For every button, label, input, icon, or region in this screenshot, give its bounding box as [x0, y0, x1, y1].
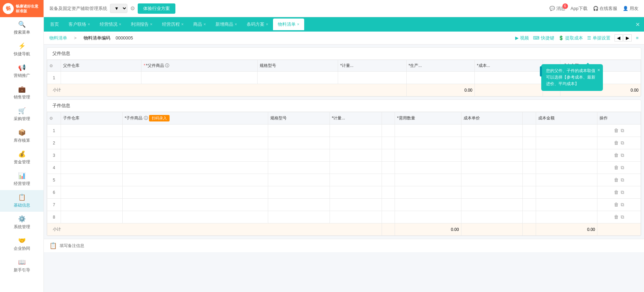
child-unit-cell[interactable]	[330, 162, 382, 174]
child-empty2-cell[interactable]	[523, 199, 536, 211]
nav-tab-商品[interactable]: 商品 ×	[188, 19, 211, 30]
child-qty-cell[interactable]	[395, 211, 461, 223]
child-unit-cell[interactable]	[330, 174, 382, 186]
child-qty-cell[interactable]	[395, 149, 461, 162]
child-product-cell[interactable]	[122, 199, 268, 211]
child-amount-cell[interactable]	[536, 137, 597, 149]
copy-icon[interactable]: ⧉	[621, 165, 624, 171]
list-view-icon[interactable]: ≡	[636, 35, 639, 40]
child-unit-cost-cell[interactable]	[461, 162, 523, 174]
message-button[interactable]: 💬 消息 6	[549, 5, 565, 12]
tab-close-icon[interactable]: ×	[297, 22, 299, 27]
delete-icon[interactable]: 🗑	[614, 177, 619, 183]
child-product-cell[interactable]	[122, 125, 268, 137]
sidebar-item-basic-info[interactable]: 📋基础信息	[0, 190, 44, 212]
gear-icon[interactable]: ⚙	[130, 5, 135, 12]
trial-button[interactable]: 体验行业方案	[138, 3, 175, 14]
child-warehouse-cell[interactable]	[61, 125, 123, 137]
copy-icon[interactable]: ⧉	[621, 152, 624, 158]
child-empty-cell[interactable]	[382, 137, 395, 149]
sidebar-item-quick-nav[interactable]: ⚡快捷导航	[0, 39, 44, 60]
prev-record-button[interactable]: ◀	[615, 34, 623, 42]
child-warehouse-cell[interactable]	[61, 149, 123, 162]
scan-button[interactable]: 扫码录入	[149, 115, 170, 121]
parent-production-cell[interactable]	[406, 72, 474, 84]
child-unit-cell[interactable]	[330, 199, 382, 211]
child-qty-cell[interactable]	[395, 186, 461, 199]
copy-icon[interactable]: ⧉	[621, 214, 624, 220]
child-empty2-cell[interactable]	[523, 174, 536, 186]
parent-product-cell[interactable]	[141, 72, 257, 84]
delete-icon[interactable]: 🗑	[614, 202, 619, 208]
nav-tab-物料清单[interactable]: 物料清单 ×	[273, 19, 304, 30]
child-product-cell[interactable]	[122, 174, 268, 186]
child-unit-cell[interactable]	[330, 211, 382, 223]
tab-close-icon[interactable]: ×	[150, 22, 152, 27]
child-empty2-cell[interactable]	[523, 137, 536, 149]
child-warehouse-cell[interactable]	[61, 162, 123, 174]
child-empty2-cell[interactable]	[523, 211, 536, 223]
tab-close-icon[interactable]: ×	[266, 22, 268, 27]
child-empty2-cell[interactable]	[523, 162, 536, 174]
sidebar-item-marketing[interactable]: 📢营销推广	[0, 60, 44, 82]
nav-tab-条码方案[interactable]: 条码方案 ×	[242, 19, 273, 30]
sidebar-item-enterprise[interactable]: 🤝企业协同	[0, 233, 44, 255]
cost-action[interactable]: 💲 提取成本	[558, 35, 583, 41]
child-warehouse-cell[interactable]	[61, 211, 123, 223]
child-qty-cell[interactable]	[395, 125, 461, 137]
child-spec-cell[interactable]	[268, 186, 330, 199]
child-empty-cell[interactable]	[382, 162, 395, 174]
sidebar-item-operations[interactable]: 📊经营管理	[0, 168, 44, 190]
child-unit-cell[interactable]	[330, 186, 382, 199]
child-spec-cell[interactable]	[268, 125, 330, 137]
child-unit-cell[interactable]	[330, 149, 382, 162]
settings-action[interactable]: ☰ 单据设置	[587, 35, 610, 41]
child-empty-cell[interactable]	[382, 174, 395, 186]
sidebar-item-guide[interactable]: 📖新手引导	[0, 255, 44, 277]
nav-tab-经营情况[interactable]: 经营情况 ×	[95, 19, 126, 30]
parent-warehouse-cell[interactable]	[61, 72, 141, 84]
note-text[interactable]: 填写备注信息	[60, 243, 84, 249]
th-settings[interactable]: ⚙	[47, 60, 61, 72]
child-empty2-cell[interactable]	[523, 149, 536, 162]
sidebar-item-system[interactable]: ⚙️系统管理	[0, 212, 44, 233]
sidebar-item-purchase[interactable]: 🛒采购管理	[0, 104, 44, 125]
tab-close-icon[interactable]: ×	[88, 22, 90, 27]
parent-unit-cell[interactable]	[338, 72, 406, 84]
copy-icon[interactable]: ⧉	[621, 140, 624, 146]
child-unit-cost-cell[interactable]	[461, 174, 523, 186]
child-unit-cost-cell[interactable]	[461, 149, 523, 162]
child-spec-cell[interactable]	[268, 174, 330, 186]
child-unit-cost-cell[interactable]	[461, 137, 523, 149]
delete-icon[interactable]: 🗑	[614, 140, 619, 146]
sidebar-item-sales[interactable]: 💼销售管理	[0, 82, 44, 104]
child-unit-cost-cell[interactable]	[461, 211, 523, 223]
child-amount-cell[interactable]	[536, 162, 597, 174]
tab-close-icon[interactable]: ×	[119, 22, 121, 27]
delete-icon[interactable]: 🗑	[614, 152, 619, 158]
breadcrumb-link[interactable]: 物料清单	[49, 35, 67, 41]
child-unit-cost-cell[interactable]	[461, 125, 523, 137]
sidebar-item-finance[interactable]: 💰资金管理	[0, 147, 44, 168]
child-qty-cell[interactable]	[395, 137, 461, 149]
child-amount-cell[interactable]	[536, 211, 597, 223]
child-unit-cell[interactable]	[330, 137, 382, 149]
child-empty-cell[interactable]	[382, 186, 395, 199]
app-download-button[interactable]: App下载	[571, 5, 587, 12]
child-product-cell[interactable]	[122, 211, 268, 223]
child-qty-cell[interactable]	[395, 174, 461, 186]
shortcut-action[interactable]: ⌨ 快捷键	[533, 35, 554, 41]
delete-icon[interactable]: 🗑	[614, 128, 619, 133]
copy-icon[interactable]: ⧉	[621, 189, 624, 195]
child-th-settings[interactable]: ⚙	[47, 112, 61, 125]
nav-tab-利润报告[interactable]: 利润报告 ×	[126, 19, 157, 30]
child-qty-cell[interactable]	[395, 162, 461, 174]
nav-tab-新增商品[interactable]: 新增商品 ×	[211, 19, 242, 30]
child-amount-cell[interactable]	[536, 149, 597, 162]
child-spec-cell[interactable]	[268, 199, 330, 211]
child-unit-cost-cell[interactable]	[461, 186, 523, 199]
system-dropdown[interactable]: ▼	[110, 4, 127, 13]
child-product-cell[interactable]	[122, 137, 268, 149]
child-empty-cell[interactable]	[382, 125, 395, 137]
child-empty2-cell[interactable]	[523, 186, 536, 199]
